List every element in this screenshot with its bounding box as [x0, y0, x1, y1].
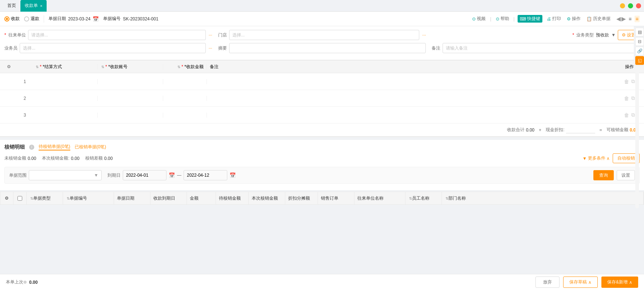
verify-info-icon[interactable]: i	[29, 145, 34, 150]
business-type-value[interactable]: 预收款 ▼	[596, 32, 616, 38]
row-3-settlement-input[interactable]	[35, 113, 94, 118]
diff-value: 0.00	[104, 156, 113, 161]
row-2-copy-icon[interactable]: ⧉	[631, 95, 635, 101]
row-3-remark-input[interactable]	[210, 113, 612, 118]
row-3-account-input[interactable]	[101, 113, 160, 118]
row-3-action: 🗑 ⧉	[615, 112, 644, 118]
operation-btn[interactable]: ⚙ 操作	[565, 15, 582, 23]
row-3-delete-icon[interactable]: 🗑	[624, 112, 629, 118]
row-1-account[interactable]	[98, 79, 163, 84]
expand-icon: ∧	[606, 156, 610, 161]
row-3-settlement[interactable]	[32, 113, 98, 118]
date-to-input[interactable]	[184, 170, 227, 180]
history-btn[interactable]: 📋 历史单据	[585, 15, 612, 23]
row-2-settlement[interactable]	[32, 96, 98, 101]
partner-input[interactable]	[28, 30, 206, 40]
save-new-btn[interactable]: 保存&新增 ∧	[601, 277, 638, 288]
row-1-settlement-input[interactable]	[35, 79, 94, 84]
row-3-amount-input[interactable]	[166, 113, 204, 118]
summary-label: 摘要	[218, 45, 227, 51]
row-1-amount-input[interactable]	[166, 79, 204, 84]
row-2-remark-input[interactable]	[210, 96, 612, 101]
dt-col-checkbox[interactable]	[13, 192, 27, 204]
row-3-account[interactable]	[98, 113, 163, 118]
dt-col-num: ⇅ 单据编号	[63, 192, 114, 204]
store-field: 门店 ···	[218, 30, 426, 40]
summary-input[interactable]	[229, 43, 426, 53]
row-2-settlement-input[interactable]	[35, 96, 94, 101]
receipt-radio[interactable]: 收款	[4, 16, 20, 22]
window-minimize[interactable]	[620, 3, 625, 8]
row-2-amount[interactable]	[163, 96, 207, 101]
date-from-input[interactable]	[123, 170, 166, 180]
row-2-amount-input[interactable]	[166, 96, 204, 101]
col-settings-header[interactable]: ⚙	[0, 64, 17, 69]
store-dots[interactable]: ···	[422, 32, 426, 38]
print-btn[interactable]: 🖨 打印	[545, 15, 562, 23]
filter-settings-btn[interactable]: 设置	[617, 170, 635, 180]
toolbar-actions: ⊙ 视频 | ⊙ 帮助 | ⌨ 快捷键 🖨 打印 ⚙ 操作 📋 历史单据 ◀ ▶…	[471, 15, 640, 23]
panel-btn-4[interactable]: ◱	[635, 56, 644, 65]
video-btn[interactable]: ⊙ 视频	[471, 15, 487, 23]
discount-input[interactable]	[566, 126, 595, 133]
list-view-icon[interactable]: ≡	[635, 16, 640, 22]
help-btn[interactable]: ⊙ 帮助	[494, 15, 511, 23]
query-label: 查询	[599, 173, 608, 178]
row-2-account[interactable]	[98, 96, 163, 101]
tab-receipt-close[interactable]: ×	[40, 4, 42, 8]
draft-btn[interactable]: 保存草稿 ∧	[563, 277, 598, 288]
row-1-remark-input[interactable]	[210, 79, 612, 84]
store-input[interactable]	[229, 30, 420, 40]
remarks-input[interactable]	[443, 43, 640, 53]
panel-btn-3[interactable]: 🔗	[635, 47, 644, 55]
help-label: 帮助	[500, 16, 509, 22]
refund-radio[interactable]: 退款	[24, 16, 39, 22]
salesperson-input[interactable]	[20, 43, 206, 53]
nav-prev[interactable]: ◀	[616, 15, 621, 22]
business-type-arrow[interactable]: ▼	[611, 32, 616, 38]
salesperson-dots[interactable]: ···	[209, 46, 212, 51]
row-2-delete-icon[interactable]: 🗑	[624, 95, 629, 101]
action-header-label: 操作	[625, 64, 634, 70]
panel-btn-1[interactable]: ▤	[635, 28, 644, 36]
abandon-btn[interactable]: 放弃	[535, 277, 559, 288]
tab-home[interactable]: 首页	[3, 0, 20, 12]
range-select[interactable]: ▼	[29, 170, 102, 180]
panel-btn-2[interactable]: ⊟	[635, 37, 644, 46]
date-to-calendar[interactable]: 📅	[229, 172, 236, 178]
operation-label: 操作	[572, 16, 581, 22]
partner-dots[interactable]: ···	[209, 32, 212, 38]
dt-select-all[interactable]	[17, 196, 22, 201]
dt-col-settings[interactable]: ⚙	[0, 192, 13, 204]
shortcut-btn[interactable]: ⌨ 快捷键	[518, 15, 542, 23]
row-3-amount[interactable]	[163, 113, 207, 118]
date-from-calendar[interactable]: 📅	[169, 172, 175, 178]
row-3-remark[interactable]	[207, 113, 615, 118]
tab-receipt[interactable]: 收款单 ×	[20, 0, 47, 12]
verified-tab[interactable]: 已核销单据(0笔)	[75, 144, 106, 150]
row-2-remark[interactable]	[207, 96, 615, 101]
row-2-account-input[interactable]	[101, 96, 160, 101]
row-3-copy-icon[interactable]: ⧉	[631, 112, 635, 118]
row-1-delete-icon[interactable]: 🗑	[624, 79, 629, 85]
draft-arrow: ∧	[588, 280, 592, 285]
date-value[interactable]: 2023-03-24	[68, 16, 90, 21]
row-1-account-input[interactable]	[101, 79, 160, 84]
row-1-copy-icon[interactable]: ⧉	[631, 78, 635, 85]
window-maximize[interactable]	[628, 3, 633, 8]
window-close[interactable]	[636, 3, 641, 8]
more-conditions-btn[interactable]: ▼ 更多条件 ∧	[582, 155, 610, 161]
grid-view-icon[interactable]: ≡	[629, 16, 632, 22]
row-1-amount[interactable]	[163, 79, 207, 84]
nav-next[interactable]: ▶	[621, 15, 626, 22]
dt-col-partner: 往来单位名称	[354, 192, 405, 204]
query-btn[interactable]: 查询	[593, 170, 614, 180]
row-1-remark[interactable]	[207, 79, 615, 84]
dt-col-pending: 待核销金额	[216, 192, 249, 204]
discount-item: 现金折扣:	[546, 126, 595, 133]
pending-tab[interactable]: 待核销单据(0笔)	[39, 144, 70, 150]
row-1-settlement[interactable]	[32, 79, 98, 84]
dt-col-discount: 折扣分摊额	[285, 192, 318, 204]
tab-home-label: 首页	[7, 3, 16, 9]
calendar-icon[interactable]: 📅	[93, 16, 99, 22]
